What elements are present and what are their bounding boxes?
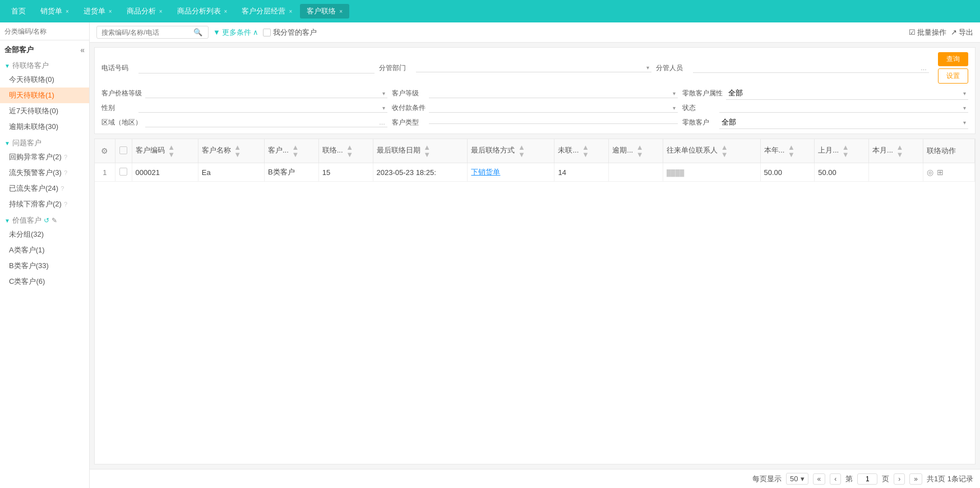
col-unit-contact[interactable]: 往来单位联系人 ▲▼ bbox=[663, 139, 760, 163]
batch-op-btn[interactable]: ☑ 批量操作 bbox=[909, 27, 946, 38]
sort-icon[interactable]: ▲▼ bbox=[292, 144, 299, 158]
more-icon[interactable]: … bbox=[379, 119, 385, 126]
sidebar-item-tomorrow[interactable]: 明天待联络(1) bbox=[0, 88, 89, 103]
nav-product-analysis-list[interactable]: 商品分析列表 × bbox=[170, 4, 234, 19]
col-last-contact-date[interactable]: 最后联络日期 ▲▼ bbox=[373, 139, 468, 163]
export-btn[interactable]: ↗ 导出 bbox=[951, 27, 973, 38]
col-last-contact-method[interactable]: 最后联络方式 ▲▼ bbox=[468, 139, 554, 163]
help-icon[interactable]: ? bbox=[64, 201, 67, 208]
col-last-month[interactable]: 上月... ▲▼ bbox=[815, 139, 869, 163]
retail-customer-select[interactable]: 全部 ▾ bbox=[719, 116, 968, 129]
row-checkbox[interactable] bbox=[115, 163, 132, 182]
sidebar-item-churned[interactable]: 已流失客户(24) ? bbox=[0, 181, 89, 196]
phone-input[interactable] bbox=[138, 63, 375, 73]
gear-icon[interactable]: ⚙ bbox=[101, 146, 108, 155]
customer-value-select[interactable]: ▾ bbox=[145, 89, 387, 98]
collapse-icon[interactable]: « bbox=[80, 45, 85, 54]
sort-icon[interactable]: ▲▼ bbox=[518, 144, 525, 158]
close-icon[interactable]: × bbox=[66, 8, 69, 15]
setting-button[interactable]: 设置 bbox=[938, 68, 968, 84]
next-page-btn[interactable]: › bbox=[894, 473, 905, 485]
col-type[interactable]: 客户... ▲▼ bbox=[264, 139, 318, 163]
sort-icon[interactable]: ▲▼ bbox=[168, 144, 175, 158]
sort-icon[interactable]: ▲▼ bbox=[582, 144, 589, 158]
checkbox-all-icon[interactable] bbox=[119, 146, 127, 154]
contact-icon[interactable]: ◎ bbox=[927, 168, 933, 177]
close-icon[interactable]: × bbox=[224, 8, 228, 15]
sidebar-item-class-c[interactable]: C类客户(6) bbox=[0, 274, 89, 289]
sidebar-item-ungrouped[interactable]: 未分组(32) bbox=[0, 227, 89, 242]
my-customers-checkbox[interactable]: 我分管的客户 bbox=[263, 27, 317, 38]
nav-sales-order[interactable]: 销货单 × bbox=[34, 4, 76, 19]
close-icon[interactable]: × bbox=[159, 8, 163, 15]
close-icon[interactable]: × bbox=[109, 8, 112, 15]
col-code[interactable]: 客户编码 ▲▼ bbox=[132, 139, 198, 163]
col-name[interactable]: 客户名称 ▲▼ bbox=[198, 139, 264, 163]
prev-page-btn[interactable]: ‹ bbox=[830, 473, 841, 485]
col-settings[interactable]: ⚙ bbox=[95, 139, 115, 163]
page-input[interactable] bbox=[857, 473, 877, 485]
last-page-btn[interactable]: » bbox=[909, 473, 922, 485]
col-overdue[interactable]: 逾期... ▲▼ bbox=[609, 139, 663, 163]
person-select[interactable]: … bbox=[693, 63, 929, 73]
row-last-contact-method[interactable]: 下销货单 bbox=[468, 163, 554, 182]
col-contact-count[interactable]: 联络... ▲▼ bbox=[318, 139, 373, 163]
filter-cell-region: 区域（地区） … bbox=[101, 118, 387, 127]
nav-customer-contact[interactable]: 客户联络 × bbox=[300, 4, 349, 19]
checkbox-icon[interactable] bbox=[119, 168, 127, 176]
edit-icon[interactable]: ✎ bbox=[52, 217, 57, 224]
nav-customer-layered[interactable]: 客户分层经营 × bbox=[235, 4, 299, 19]
col-checkbox[interactable] bbox=[115, 139, 132, 163]
sidebar-search-input[interactable] bbox=[4, 27, 89, 35]
sort-icon[interactable]: ▲▼ bbox=[896, 144, 904, 158]
nav-purchase-order[interactable]: 进货单 × bbox=[77, 4, 119, 19]
sort-icon[interactable]: ▲▼ bbox=[788, 144, 795, 158]
sidebar-item-7days[interactable]: 近7天待联络(0) bbox=[0, 103, 89, 119]
query-button[interactable]: 查询 bbox=[938, 52, 968, 66]
sort-icon[interactable]: ▲▼ bbox=[721, 144, 728, 158]
export-icon: ↗ bbox=[951, 28, 957, 36]
sidebar-item-churn-warning[interactable]: 流失预警客户(3) ? bbox=[0, 165, 89, 181]
sidebar-search-wrap: 🔍 bbox=[0, 22, 89, 40]
sidebar-item-overdue[interactable]: 逾期未联络(30) bbox=[0, 119, 89, 135]
customer-type-select[interactable] bbox=[429, 121, 678, 124]
close-icon[interactable]: × bbox=[339, 8, 343, 15]
col-this-year[interactable]: 本年... ▲▼ bbox=[760, 139, 815, 163]
sidebar-item-declining[interactable]: 持续下滑客户(2) ? bbox=[0, 196, 89, 212]
region-select[interactable]: … bbox=[145, 118, 387, 127]
retail-attr-select[interactable]: 全部 ▾ bbox=[726, 87, 968, 100]
dept-select[interactable]: ▾ bbox=[416, 63, 652, 72]
search-input[interactable] bbox=[101, 29, 191, 36]
sort-icon[interactable]: ▲▼ bbox=[234, 144, 241, 158]
help-icon[interactable]: ? bbox=[64, 169, 67, 176]
first-page-btn[interactable]: « bbox=[813, 473, 826, 485]
sort-icon[interactable]: ▲▼ bbox=[842, 144, 849, 158]
status-select[interactable]: ▾ bbox=[719, 104, 968, 113]
close-icon[interactable]: × bbox=[289, 8, 292, 15]
col-this-month[interactable]: 本月... ▲▼ bbox=[869, 139, 923, 163]
sidebar-item-class-a[interactable]: A类客户(1) bbox=[0, 242, 89, 258]
sidebar-item-today[interactable]: 今天待联络(0) bbox=[0, 72, 89, 88]
sort-icon[interactable]: ▲▼ bbox=[346, 144, 353, 158]
search-icon[interactable]: 🔍 bbox=[193, 28, 202, 36]
sort-icon[interactable]: ▲▼ bbox=[423, 144, 431, 158]
sort-icon[interactable]: ▲▼ bbox=[636, 144, 644, 158]
col-uncontacted[interactable]: 未联... ▲▼ bbox=[554, 139, 609, 163]
gender-select[interactable]: ▾ bbox=[138, 104, 387, 113]
row-this-month bbox=[869, 163, 923, 182]
customer-level-select[interactable]: ▾ bbox=[429, 89, 678, 98]
nav-product-analysis[interactable]: 商品分析 × bbox=[120, 4, 169, 19]
nav-home[interactable]: 首页 bbox=[4, 4, 33, 19]
qr-icon[interactable]: ⊞ bbox=[937, 168, 944, 177]
pagination-total: 共1页 1条记录 bbox=[927, 474, 973, 484]
more-icon[interactable]: … bbox=[921, 65, 927, 71]
help-icon[interactable]: ? bbox=[61, 185, 64, 192]
sidebar-item-class-b[interactable]: B类客户(33) bbox=[0, 258, 89, 274]
help-icon[interactable]: ? bbox=[64, 154, 67, 160]
refresh-icon[interactable]: ↺ bbox=[44, 217, 49, 224]
page-size-select[interactable]: 50 ▾ bbox=[786, 473, 808, 485]
more-conditions-btn[interactable]: ▼ 更多条件 ∧ bbox=[213, 27, 258, 38]
checkbox-icon[interactable] bbox=[263, 29, 271, 36]
sidebar-item-repurchase-anomaly[interactable]: 回购异常客户(2) ? bbox=[0, 149, 89, 165]
payment-select[interactable]: ▾ bbox=[429, 104, 678, 113]
